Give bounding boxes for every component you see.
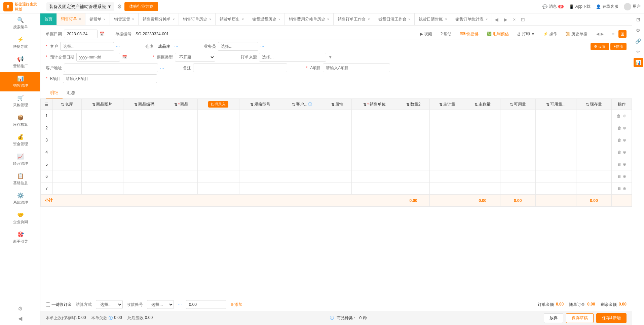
invoice-select[interactable]: 不开票 增值税普通发票 增值税专用发票 — [175, 53, 215, 62]
one-click-deposit-label[interactable]: 一键收订金 — [46, 302, 72, 308]
delivery-date-input[interactable] — [76, 53, 120, 62]
delete-icon[interactable]: 🗑 — [617, 150, 621, 155]
sidebar-item-navigation[interactable]: ⚡ 快捷导航 — [0, 33, 40, 52]
sidebar-item-guide[interactable]: 🎯 新手引导 — [0, 228, 40, 247]
online-support-item[interactable]: 👤 在线客服 — [596, 4, 618, 9]
tab-cash-workbench[interactable]: 钱货日清工作台 × — [374, 13, 415, 26]
tab-sales-order[interactable]: 销售订单 × — [57, 13, 85, 26]
calendar2-icon[interactable]: 📅 — [122, 55, 127, 59]
copy-icon[interactable]: ⊕ — [623, 174, 626, 179]
system-name-dropdown[interactable]: 装备及固定资产辅助管理系统 ▼ — [46, 2, 114, 11]
tab-sales-expense[interactable]: 销售费用分摊单 × — [139, 13, 179, 26]
remark-input[interactable] — [193, 64, 287, 72]
action-button[interactable]: ⚡ 操作 — [541, 31, 559, 38]
right-panel-btn-5[interactable]: 📊 — [634, 58, 643, 67]
tab-cash-reconcile[interactable]: 钱货日清对账 × — [415, 13, 451, 26]
addr-more-icon[interactable]: ··· — [160, 65, 164, 71]
sidebar-item-purchase[interactable]: 🛒 采购管理 — [0, 91, 40, 111]
delete-icon[interactable]: 🗑 — [617, 114, 621, 118]
add-payment-button[interactable]: ⊕ 添加 — [230, 302, 242, 308]
tab-prev-button[interactable]: ◀ — [492, 13, 501, 26]
user-item[interactable]: 用户 — [624, 3, 641, 10]
tab-expand-button[interactable]: ⊡ — [518, 13, 528, 26]
shortcut-button[interactable]: ⌨ 快捷键 — [458, 31, 481, 38]
copy-icon[interactable]: ⊕ — [623, 186, 626, 191]
delete-icon[interactable]: 🗑 — [617, 174, 621, 179]
app-download-item[interactable]: 📱 App下载 — [569, 4, 591, 9]
sidebar-item-basic-info[interactable]: 📋 基础信息 — [0, 169, 40, 189]
order-source-input[interactable] — [259, 53, 326, 62]
staff-more-icon[interactable]: ··· — [260, 44, 264, 49]
history-button[interactable]: 📜 历史单据 — [563, 31, 590, 38]
staff-input[interactable] — [218, 42, 258, 51]
tab-close-icon[interactable]: × — [79, 17, 81, 21]
sidebar-item-finance[interactable]: 💰 资金管理 — [0, 130, 40, 150]
right-panel-btn-1[interactable]: ⊡ — [634, 15, 643, 24]
copy-icon[interactable]: ⊕ — [623, 138, 626, 143]
tab-summary[interactable]: 汇总 — [63, 88, 79, 98]
nav-next-icon[interactable]: ▶ — [601, 32, 604, 36]
tab-close-icon[interactable]: × — [104, 17, 106, 21]
tab-close-icon[interactable]: × — [278, 17, 280, 21]
calendar-icon[interactable]: 📅 — [100, 32, 105, 36]
b-project-input[interactable] — [63, 74, 157, 83]
sidebar-item-cooperation[interactable]: 🤝 企业协同 — [0, 208, 40, 228]
tab-order-history[interactable]: 销售订单历史 × — [179, 13, 216, 26]
delete-icon[interactable]: 🗑 — [617, 138, 621, 143]
settings-icon[interactable]: ⚙ — [117, 3, 122, 10]
sidebar-item-inventory[interactable]: 📦 库存核算 — [0, 111, 40, 130]
customer-more-icon[interactable]: ··· — [116, 44, 120, 49]
list-view-button[interactable]: ≡ — [609, 30, 617, 38]
copy-icon[interactable]: ⊕ — [623, 114, 627, 118]
form-view-button[interactable]: ⊞ — [618, 30, 627, 38]
profit-button[interactable]: 💹 毛利预估 — [485, 31, 511, 38]
tab-close-icon[interactable]: × — [409, 17, 411, 21]
discard-button[interactable]: 放弃 — [544, 313, 563, 323]
tab-sales-goods[interactable]: 销货单 × — [85, 13, 110, 26]
tab-goods-history[interactable]: 销货单历史 × — [216, 13, 248, 26]
print-button[interactable]: 🖨 打印 ▼ — [515, 31, 537, 38]
settings-bottom-icon[interactable]: ⚙ — [18, 306, 23, 312]
sidebar-item-system[interactable]: ⚙️ 系统管理 — [0, 189, 40, 208]
tab-menu-button[interactable]: × — [510, 13, 518, 26]
nav-prev-icon[interactable]: ◀ — [596, 32, 599, 36]
delete-icon[interactable]: 🗑 — [617, 162, 621, 167]
a-project-input[interactable] — [323, 64, 390, 72]
tab-order-stats[interactable]: 销售订单统计表 × — [451, 13, 492, 26]
save-new-button[interactable]: 保存&新增 — [596, 313, 627, 323]
tab-close-icon[interactable]: × — [173, 17, 175, 21]
warehouse-more-icon[interactable]: ··· — [174, 44, 178, 49]
sidebar-item-marketing[interactable]: 📢 营销推广 — [0, 52, 40, 72]
tab-close-icon[interactable]: × — [327, 17, 329, 21]
right-panel-btn-2[interactable]: ⚙ — [634, 26, 643, 35]
view-video-button[interactable]: ▶ 视频 — [418, 31, 434, 38]
help-button[interactable]: ? 帮助 — [438, 31, 454, 38]
tab-return-history[interactable]: 销货退货历史 × — [248, 13, 285, 26]
save-draft-button[interactable]: 保存草稿 — [566, 313, 594, 323]
tab-close-icon[interactable]: × — [132, 17, 134, 21]
tab-close-icon[interactable]: × — [368, 17, 370, 21]
customer-input[interactable] — [60, 42, 114, 51]
payment-method-select[interactable]: 选择... — [96, 300, 123, 309]
right-panel-btn-4[interactable]: ☆ — [634, 47, 643, 56]
sidebar-item-operations[interactable]: 📈 经营管理 — [0, 150, 40, 169]
copy-icon[interactable]: ⊕ — [623, 150, 626, 155]
deposit-amount-input[interactable] — [186, 300, 226, 309]
one-click-deposit-checkbox[interactable] — [46, 302, 50, 307]
tab-close-icon[interactable]: × — [242, 17, 244, 21]
account-more-icon[interactable]: ··· — [178, 302, 182, 307]
delete-icon[interactable]: 🗑 — [617, 126, 621, 130]
add-logistics-button[interactable]: +物流 — [610, 43, 627, 50]
tab-next-button[interactable]: ▶ — [501, 13, 510, 26]
customer-addr-input[interactable] — [64, 64, 158, 72]
right-panel-btn-3[interactable]: 🔗 — [634, 36, 643, 46]
settings-button[interactable]: ⚙ 设置 — [591, 43, 609, 50]
scan-button[interactable]: 扫码录入 — [208, 101, 228, 108]
message-item[interactable]: 💬 消息 9 — [542, 4, 564, 9]
date-input[interactable] — [64, 30, 98, 38]
tab-home[interactable]: 首页 — [40, 13, 57, 26]
tab-order-workbench[interactable]: 销售订单工作台 × — [334, 13, 374, 26]
tab-close-icon[interactable]: × — [445, 17, 447, 21]
tab-expense-history[interactable]: 销售费用分摊单历史 × — [285, 13, 334, 26]
account-select[interactable]: 选择... — [147, 300, 174, 309]
